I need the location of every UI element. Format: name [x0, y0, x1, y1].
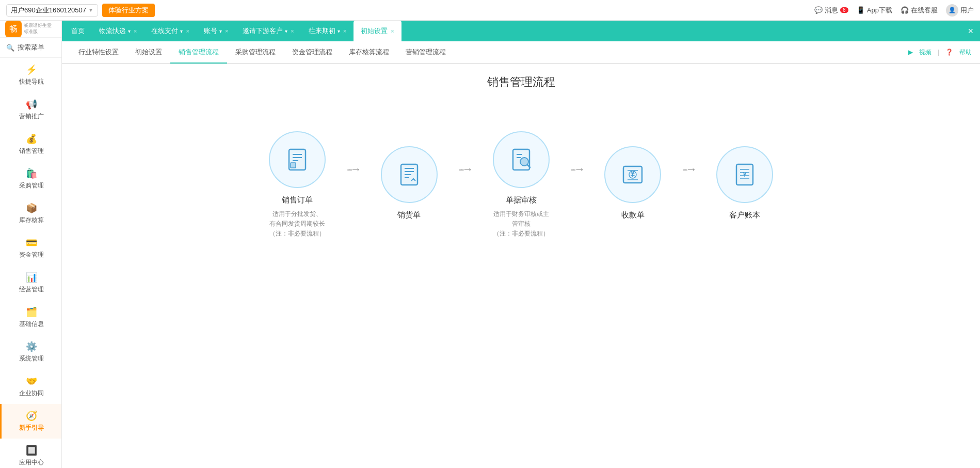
xitong-icon: ⚙️: [26, 341, 37, 352]
sub-tab-purchase-flow[interactable]: 采购管理流程: [227, 42, 284, 64]
audit-label: 单据审核: [506, 195, 537, 205]
sidebar-item-label: 资金管理: [19, 251, 44, 259]
ledger-circle[interactable]: ¥: [716, 146, 773, 203]
tab-init[interactable]: 初始设置 ×: [354, 21, 401, 41]
chevron-down-icon: ▼: [88, 7, 93, 13]
content-area: 首页 物流快递 ▾ × 在线支付 ▾ × 账号 ▾ × 邀请下游客户 ▾ ×: [62, 21, 980, 468]
sub-tab-sales-label: 销售管理流程: [179, 48, 219, 57]
sidebar-item-kucun[interactable]: 📦 库存核算: [0, 196, 61, 231]
receipt-circle[interactable]: ¥: [604, 146, 661, 203]
sidebar-item-jichu[interactable]: 🗂️ 基础信息: [0, 300, 61, 335]
sidebar-item-zijin[interactable]: 💳 资金管理: [0, 231, 61, 266]
tab-home-label: 首页: [71, 26, 85, 36]
user-avatar-item[interactable]: 👤 用户: [946, 4, 974, 17]
sidebar-item-yingyong[interactable]: 🔲 应用中心: [0, 439, 61, 468]
sidebar-item-xitong[interactable]: ⚙️ 系统管理: [0, 335, 61, 369]
flow-arrow-1: --→: [344, 163, 363, 176]
invoice-label: 销货单: [397, 210, 421, 220]
nav-close-button[interactable]: ✕: [963, 27, 978, 35]
tab-account-label: 账号: [204, 26, 217, 36]
sidebar-item-label: 销售管理: [19, 147, 44, 155]
sidebar-item-label: 营销推广: [19, 112, 44, 121]
sidebar-item-qiye[interactable]: 🤝 企业协同: [0, 369, 61, 404]
header-right: 💬 消息 6 📱 App下载 🎧 在线客服 👤 用户: [814, 4, 974, 17]
sidebar-item-xiaoshou[interactable]: 💰 销售管理: [0, 127, 61, 162]
tab-home[interactable]: 首页: [64, 21, 92, 41]
tab-logistics-label: 物流快递: [99, 26, 126, 36]
experience-button[interactable]: 体验行业方案: [102, 4, 155, 17]
sub-tab-inventory-label: 库存核算流程: [349, 48, 389, 57]
tab-close-icon[interactable]: ×: [134, 28, 137, 34]
message-item[interactable]: 💬 消息 6: [814, 6, 848, 15]
sidebar-item-label: 采购管理: [19, 181, 44, 190]
flow-item-receipt: ¥ 收款单: [586, 146, 679, 224]
download-icon: 📱: [857, 6, 865, 14]
sidebar-item-yingxiao[interactable]: 📢 营销推广: [0, 92, 61, 127]
nav-tabs: 首页 物流快递 ▾ × 在线支付 ▾ × 账号 ▾ × 邀请下游客户 ▾ ×: [62, 21, 980, 41]
app-download-item[interactable]: 📱 App下载: [857, 6, 892, 15]
sidebar-item-caigou[interactable]: 🛍️ 采购管理: [0, 162, 61, 196]
qiye-icon: 🤝: [26, 376, 37, 387]
jingying-icon: 📊: [26, 272, 37, 283]
flow-item-ledger: ¥ 客户账本: [698, 146, 791, 224]
sales-order-circle[interactable]: [269, 131, 326, 188]
tab-logistics[interactable]: 物流快递 ▾ ×: [92, 21, 144, 41]
caigou-icon: 🛍️: [26, 168, 37, 179]
header-left: 用户690企业1660120507 ▼ 体验行业方案: [6, 4, 155, 17]
sub-tabs: 行业特性设置 初始设置 销售管理流程 采购管理流程 资金管理流程 库存核算流程 …: [62, 41, 980, 64]
sub-tab-finance-label: 资金管理流程: [292, 48, 332, 57]
flow-item-sales-order: 销售订单 适用于分批发货、有合同发货周期较长（注：非必要流程）: [251, 131, 344, 239]
user-label: 用户690企业1660120507: [11, 6, 86, 15]
chevron-icon: ▾: [180, 28, 183, 34]
audit-circle[interactable]: [493, 131, 550, 188]
tab-close-icon[interactable]: ×: [391, 28, 394, 34]
sub-tab-purchase-label: 采购管理流程: [235, 48, 276, 57]
main-layout: 畅 畅康谱好生意 标准版 🔍 搜索菜单 ⚡ 快捷导航 📢 营销推广 💰 销售管理…: [0, 21, 980, 468]
chevron-icon: ▾: [128, 28, 131, 34]
sidebar-item-kuaijie[interactable]: ⚡ 快捷导航: [0, 58, 61, 92]
tab-account[interactable]: 账号 ▾ ×: [197, 21, 235, 41]
ledger-label: 客户账本: [729, 210, 760, 220]
tab-close-icon[interactable]: ×: [291, 28, 294, 34]
tab-close-icon[interactable]: ×: [186, 28, 189, 34]
sub-tab-inventory-flow[interactable]: 库存核算流程: [341, 42, 397, 64]
page-title: 销售管理流程: [72, 74, 970, 90]
sidebar-item-label: 库存核算: [19, 216, 44, 225]
tab-payment[interactable]: 在线支付 ▾ ×: [144, 21, 196, 41]
sub-tab-industry[interactable]: 行业特性设置: [70, 42, 127, 64]
sidebar-logo: 畅 畅康谱好生意 标准版: [0, 21, 61, 38]
xinshou-icon: 🧭: [26, 410, 37, 422]
sidebar-search[interactable]: 🔍 搜索菜单: [0, 38, 61, 58]
user-menu-label: 用户: [960, 6, 974, 15]
help-label[interactable]: 帮助: [959, 48, 972, 57]
message-label: 消息: [825, 6, 838, 15]
invoice-circle[interactable]: [381, 146, 438, 203]
help-icon: ❓: [945, 49, 953, 56]
page-content: 销售管理流程 销售订单 适用于分批发货、有合同: [62, 64, 980, 468]
video-label[interactable]: 视频: [919, 48, 931, 57]
zijin-icon: 💳: [26, 237, 37, 248]
tab-close-icon[interactable]: ×: [343, 28, 346, 34]
tab-close-icon[interactable]: ×: [225, 28, 228, 34]
flow-arrow-2: --→: [456, 163, 475, 176]
tab-period[interactable]: 往来期初 ▾ ×: [301, 21, 354, 41]
svg-rect-4: [291, 163, 296, 168]
tab-payment-label: 在线支付: [151, 26, 178, 36]
sub-tab-industry-label: 行业特性设置: [78, 48, 119, 57]
sub-tab-marketing-flow[interactable]: 营销管理流程: [397, 42, 454, 64]
sub-tab-finance-flow[interactable]: 资金管理流程: [284, 42, 341, 64]
app-download-label: App下载: [867, 6, 892, 15]
search-label: 搜索菜单: [18, 43, 44, 52]
sidebar-item-xinshou[interactable]: 🧭 新手引导: [0, 404, 61, 439]
kuaijie-icon: ⚡: [26, 64, 37, 75]
sub-tab-init-set[interactable]: 初始设置: [127, 42, 170, 64]
user-select[interactable]: 用户690企业1660120507 ▼: [6, 4, 98, 17]
online-service-item[interactable]: 🎧 在线客服: [901, 6, 938, 15]
online-service-label: 在线客服: [911, 6, 938, 15]
flow-arrow-3: --→: [568, 163, 587, 176]
flow-item-invoice: 销货单: [363, 146, 456, 224]
tab-invite[interactable]: 邀请下游客户 ▾ ×: [235, 21, 301, 41]
sub-tab-sales-flow[interactable]: 销售管理流程: [170, 42, 227, 64]
sidebar-item-label: 基础信息: [19, 320, 44, 329]
sidebar-item-jingying[interactable]: 📊 经营管理: [0, 266, 61, 300]
